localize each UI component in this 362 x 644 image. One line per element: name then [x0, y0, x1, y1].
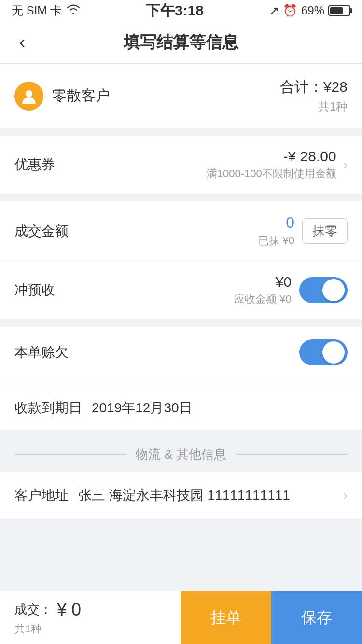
debt-row: 本单赊欠 — [0, 327, 362, 378]
section-divider — [0, 430, 362, 437]
customer-info: 零散客户 — [14, 82, 110, 111]
bottom-info: 成交： ¥ 0 共1种 — [0, 600, 181, 636]
round-zero-button[interactable]: 抹零 — [302, 218, 348, 244]
bottom-transaction-value: ¥ 0 — [57, 600, 81, 620]
already-rounded: 已抹 ¥0 — [258, 234, 294, 248]
bottom-transaction: 成交： ¥ 0 — [14, 600, 166, 620]
avatar — [14, 82, 43, 111]
svg-point-0 — [26, 90, 32, 97]
address-chevron-icon: › — [343, 488, 348, 503]
address-row[interactable]: 客户地址 张三 海淀永丰科技园 11111111111 › — [0, 472, 362, 519]
debt-label: 本单赊欠 — [14, 343, 69, 362]
bottom-bar: 成交： ¥ 0 共1种 挂单 保存 — [0, 591, 362, 644]
due-date-value: 2019年12月30日 — [92, 399, 193, 417]
debt-toggle-knob — [322, 341, 345, 364]
address-value: 张三 海淀永丰科技园 11111111111 — [78, 486, 334, 504]
transaction-input-area: 0 已抹 ¥0 抹零 — [258, 214, 348, 248]
coupon-right: -¥ 28.00 满1000-100不限制使用金额 › — [207, 148, 348, 181]
customer-summary: 合计：¥28 共1种 — [280, 77, 348, 114]
transaction-value[interactable]: 0 — [258, 214, 294, 232]
bottom-transaction-label: 成交： — [14, 601, 52, 618]
transaction-label: 成交金额 — [14, 222, 69, 240]
prepayment-label: 冲预收 — [14, 281, 55, 299]
due-date-label: 收款到期日 — [14, 399, 82, 417]
location-icon: ↗ — [269, 4, 279, 17]
coupon-value-block: -¥ 28.00 满1000-100不限制使用金额 — [207, 148, 336, 181]
carrier-label: 无 SIM 卡 — [12, 3, 62, 18]
toggle-knob — [322, 279, 345, 301]
save-button[interactable]: 保存 — [271, 591, 362, 644]
debt-toggle[interactable] — [299, 339, 348, 365]
back-button[interactable]: ‹ — [14, 28, 30, 57]
bottom-count: 共1种 — [14, 622, 166, 636]
status-left: 无 SIM 卡 — [12, 3, 80, 18]
coupon-section: 优惠券 -¥ 28.00 满1000-100不限制使用金额 › — [0, 136, 362, 194]
transaction-section: 成交金额 0 已抹 ¥0 抹零 冲预收 ¥0 应收金额 ¥0 — [0, 201, 362, 319]
status-right: ↗ ⏰ 69% — [269, 4, 350, 17]
status-time: 下午3:18 — [146, 1, 204, 21]
customer-name: 零散客户 — [52, 86, 110, 106]
battery-percent: 69% — [301, 4, 324, 17]
coupon-desc: 满1000-100不限制使用金额 — [207, 167, 336, 181]
prepayment-amount: ¥0 — [234, 274, 292, 290]
prepayment-toggle[interactable] — [299, 277, 348, 303]
debt-section: 本单赊欠 收款到期日 2019年12月30日 — [0, 327, 362, 430]
prepayment-row: 冲预收 ¥0 应收金额 ¥0 — [0, 261, 362, 319]
customer-row: 零散客户 合计：¥28 共1种 — [0, 64, 362, 128]
page-title: 填写结算等信息 — [124, 31, 238, 54]
content: 零散客户 合计：¥28 共1种 优惠券 -¥ 28.00 满1000-100不限… — [0, 64, 362, 585]
coupon-chevron-icon: › — [343, 157, 348, 172]
status-bar: 无 SIM 卡 下午3:18 ↗ ⏰ 69% — [0, 0, 362, 21]
coupon-row[interactable]: 优惠券 -¥ 28.00 满1000-100不限制使用金额 › — [0, 136, 362, 194]
due-date-row: 收款到期日 2019年12月30日 — [0, 386, 362, 430]
transaction-row: 成交金额 0 已抹 ¥0 抹零 — [0, 201, 362, 261]
total-amount: 合计：¥28 — [280, 77, 348, 97]
prepayment-values: ¥0 应收金额 ¥0 — [234, 274, 292, 307]
logistics-title: 物流 & 其他信息 — [136, 446, 226, 463]
logistics-header: 物流 & 其他信息 — [0, 437, 362, 472]
coupon-discount: -¥ 28.00 — [207, 148, 336, 165]
coupon-label: 优惠券 — [14, 155, 55, 174]
total-count: 共1种 — [280, 99, 348, 114]
address-label: 客户地址 — [14, 486, 69, 504]
hold-button[interactable]: 挂单 — [181, 591, 271, 644]
battery-icon — [328, 5, 350, 16]
nav-bar: ‹ 填写结算等信息 — [0, 21, 362, 64]
alarm-icon: ⏰ — [283, 4, 297, 17]
prepayment-right: ¥0 应收金额 ¥0 — [234, 274, 348, 307]
prepayment-receivable: 应收金额 ¥0 — [234, 292, 292, 307]
wifi-icon — [67, 4, 80, 17]
